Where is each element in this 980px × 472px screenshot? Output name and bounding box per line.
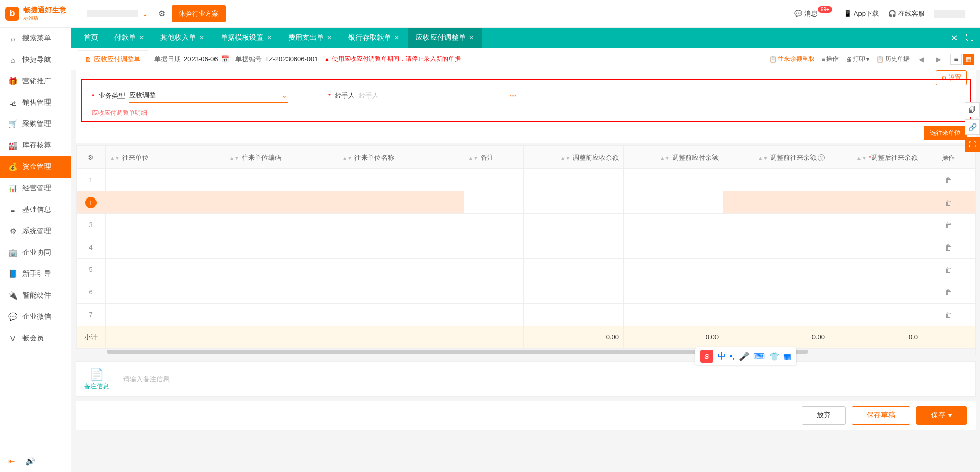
cell-pre-pay[interactable] (624, 191, 723, 214)
cell-entity-name[interactable] (338, 304, 464, 326)
cell-post-all[interactable] (829, 191, 922, 214)
rail-attach-button[interactable]: 🔗 (965, 119, 980, 135)
tab-close-icon[interactable]: ✕ (394, 34, 399, 41)
cell-entity[interactable] (106, 259, 225, 281)
table-row[interactable]: +🗑 (77, 191, 975, 214)
cell-post-all[interactable] (829, 304, 922, 326)
handler-input[interactable]: 经手人 ⋯ (359, 89, 517, 103)
col-entity[interactable]: ▲▼往来单位 (106, 146, 225, 169)
sidebar-item[interactable]: V畅会员 (0, 328, 71, 349)
ops-dropdown[interactable]: ≡ 操作 (822, 55, 839, 63)
sidebar-item[interactable]: 🔌智能硬件 (0, 285, 71, 306)
cell-pre-recv[interactable] (524, 236, 624, 259)
tab[interactable]: 首页 (76, 28, 106, 48)
save-draft-button[interactable]: 保存草稿 (852, 406, 910, 425)
tab[interactable]: 应收应付调整单✕ (408, 28, 482, 48)
cell-entity-code[interactable] (225, 259, 338, 281)
cell-entity[interactable] (106, 191, 225, 214)
ime-grid-icon[interactable]: ▦ (783, 352, 791, 361)
sidebar-item[interactable]: 🛍销售管理 (0, 92, 71, 113)
cell-entity[interactable] (106, 281, 225, 304)
sidebar-item[interactable]: 💬企业微信 (0, 306, 71, 328)
horizontal-scrollbar[interactable] (76, 349, 975, 355)
cell-pre-pay[interactable] (624, 281, 723, 304)
delete-icon[interactable]: 🗑 (945, 288, 952, 296)
tab-close-icon[interactable]: ✕ (267, 34, 272, 41)
help-icon[interactable]: ? (818, 154, 825, 161)
sort-icon[interactable]: ▲▼ (468, 157, 479, 160)
regen-balance-button[interactable]: 📋 往来余额重取 (769, 55, 815, 63)
view-list-button[interactable]: ≡ (950, 54, 962, 65)
ime-skin-icon[interactable]: 👕 (769, 352, 779, 361)
sidebar-item[interactable]: 🏭库存核算 (0, 135, 71, 156)
sidebar-item[interactable]: ⚙系统管理 (0, 220, 71, 242)
cell-pre-recv[interactable] (524, 304, 624, 326)
more-icon[interactable]: ⋯ (510, 92, 517, 100)
sidebar-item[interactable]: 📘新手引导 (0, 263, 71, 285)
sidebar-item[interactable]: ≡基础信息 (0, 199, 71, 220)
discard-button[interactable]: 放弃 (802, 406, 846, 425)
col-pre-pay[interactable]: ▲▼调整前应付余额 (624, 146, 723, 169)
history-button[interactable]: 📋 历史单据 (876, 55, 910, 63)
cell-entity[interactable] (106, 236, 225, 259)
cell-pre-pay[interactable] (624, 236, 723, 259)
cell-remark[interactable] (464, 169, 524, 191)
select-entity-button[interactable]: 选往来单位 (924, 126, 967, 140)
ime-toolbar[interactable]: S 中 •, 🎤 ⌨ 👕 ▦ (695, 347, 796, 365)
cell-entity-name[interactable] (338, 191, 464, 214)
messages-link[interactable]: 💬 消息 99+ (794, 9, 834, 18)
sort-icon[interactable]: ▲▼ (758, 157, 768, 160)
cell-post-all[interactable] (829, 169, 922, 191)
tab-close-icon[interactable]: ✕ (199, 34, 204, 41)
try-industry-button[interactable]: 体验行业方案 (172, 5, 226, 22)
cell-entity-code[interactable] (225, 304, 338, 326)
cell-post-all[interactable] (829, 214, 922, 236)
delete-icon[interactable]: 🗑 (945, 176, 952, 184)
sidebar-item[interactable]: 🏢企业协同 (0, 242, 71, 263)
cell-entity-name[interactable] (338, 259, 464, 281)
sort-icon[interactable]: ▲▼ (560, 157, 570, 160)
tab-close-icon[interactable]: ✕ (327, 34, 332, 41)
app-download-link[interactable]: 📱 App下载 (844, 9, 879, 18)
ime-keyboard-icon[interactable]: ⌨ (753, 352, 765, 361)
tab-close-icon[interactable]: ✕ (139, 34, 144, 41)
fullscreen-icon[interactable]: ⛶ (964, 31, 976, 44)
print-dropdown[interactable]: 🖨 打印 ▾ (846, 55, 869, 63)
delete-icon[interactable]: 🗑 (945, 243, 952, 252)
table-row[interactable]: 7🗑 (77, 304, 975, 326)
cell-pre-all[interactable] (723, 191, 829, 214)
cell-pre-pay[interactable] (624, 214, 723, 236)
sort-icon[interactable]: ▲▼ (229, 157, 240, 160)
collapse-icon[interactable]: ⇤ (8, 456, 15, 466)
cell-pre-all[interactable] (723, 281, 829, 304)
biz-type-select[interactable]: 应收调整 ⌄ (129, 89, 288, 103)
cell-entity[interactable] (106, 169, 225, 191)
cell-pre-recv[interactable] (524, 191, 624, 214)
cell-pre-recv[interactable] (524, 214, 624, 236)
cell-entity-code[interactable] (225, 214, 338, 236)
cell-entity[interactable] (106, 214, 225, 236)
sidebar-item[interactable]: 🎁营销推广 (0, 70, 71, 92)
cell-pre-all[interactable] (723, 214, 829, 236)
col-pre-recv[interactable]: ▲▼调整前应收余额 (524, 146, 624, 169)
cell-pre-all[interactable] (723, 304, 829, 326)
cell-pre-recv[interactable] (524, 169, 624, 191)
sidebar-item[interactable]: ⌕搜索菜单 (0, 28, 71, 49)
ime-punct-icon[interactable]: •, (730, 352, 735, 361)
cell-entity-name[interactable] (338, 281, 464, 304)
col-pre-all[interactable]: ▲▼调整前往来余额? (723, 146, 829, 169)
cell-entity-code[interactable] (225, 169, 338, 191)
sidebar-item[interactable]: 💰资金管理 (0, 156, 71, 178)
cell-remark[interactable] (464, 304, 524, 326)
gear-icon[interactable]: ⚙ (158, 9, 165, 18)
ime-lang[interactable]: 中 (718, 351, 726, 362)
delete-icon[interactable]: 🗑 (945, 198, 952, 207)
delete-icon[interactable]: 🗑 (945, 311, 952, 319)
cell-entity-name[interactable] (338, 169, 464, 191)
view-form-button[interactable]: ▦ (963, 54, 974, 65)
rail-note-button[interactable]: 🗐 (965, 102, 980, 117)
cell-post-all[interactable] (829, 259, 922, 281)
doc-date-field[interactable]: 单据日期 2023-06-06 📅 (154, 55, 229, 64)
table-row[interactable]: 5🗑 (77, 259, 975, 281)
sidebar-item[interactable]: 🛒采购管理 (0, 113, 71, 135)
